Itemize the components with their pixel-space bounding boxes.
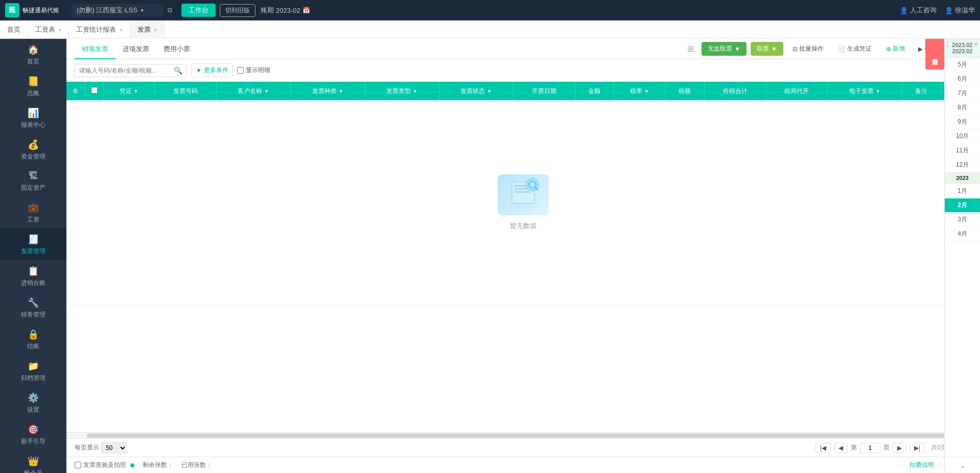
- date-item-6[interactable]: 6月: [945, 72, 980, 86]
- date-panel-close-icon[interactable]: ×: [974, 41, 978, 48]
- tab-invoice[interactable]: 发票 ×: [130, 20, 165, 39]
- generate-voucher-button[interactable]: 📄 生成凭证: [833, 42, 877, 56]
- last-page-button[interactable]: ▶|: [909, 443, 925, 453]
- sidebar-label-member: 畅会员: [24, 469, 42, 473]
- horizontal-scrollbar[interactable]: [87, 434, 960, 438]
- batch-op-button[interactable]: ⊟ 批量操作: [787, 42, 829, 56]
- date-panel-scroll-down[interactable]: ⌄: [945, 457, 980, 473]
- company-dropdown-arrow: ▼: [139, 8, 145, 13]
- date-item-7[interactable]: 7月: [945, 86, 980, 101]
- calendar-icon[interactable]: 📅: [302, 7, 310, 14]
- open-period-button[interactable]: 开账日期: [925, 39, 944, 70]
- select-all-checkbox[interactable]: [91, 87, 98, 94]
- no-ticket-button[interactable]: 无血取票 ▼: [702, 42, 746, 56]
- th-invoice-category-filter[interactable]: ▼: [412, 88, 417, 94]
- per-page-select[interactable]: 50 10 20 100: [101, 442, 127, 454]
- sub-tab-expense-receipt[interactable]: 费用小票: [156, 39, 197, 59]
- date-panel-expand-icon[interactable]: ⛶: [947, 41, 953, 48]
- date-item-10[interactable]: 10月: [945, 129, 980, 144]
- service-icon: 👤: [900, 7, 908, 14]
- workspace-button[interactable]: 工作台: [181, 4, 216, 17]
- service-link[interactable]: 👤 人工咨询: [900, 6, 937, 15]
- no-ticket-label: 无血取票: [708, 44, 732, 53]
- date-item-12[interactable]: 12月: [945, 158, 980, 172]
- tab-home[interactable]: 首页: [0, 20, 28, 39]
- ticket-button[interactable]: 取票 ▼: [751, 42, 783, 56]
- sub-tab-purchase-invoice[interactable]: 进项发票: [115, 39, 156, 59]
- sidebar-item-closing[interactable]: 🔒 结账: [0, 324, 66, 355]
- th-tax-rate-filter[interactable]: ▼: [644, 88, 649, 94]
- date-item-4[interactable]: 4月: [945, 227, 980, 241]
- join-link[interactable]: 扣费说明: [909, 461, 934, 468]
- date-item-year-2023[interactable]: 2023: [945, 172, 980, 184]
- sidebar-item-member[interactable]: 👑 畅会员: [0, 451, 66, 473]
- tab-salary[interactable]: 工资表 ×: [28, 20, 69, 39]
- sidebar-item-sales-ledger[interactable]: 📋 进销台账: [0, 260, 66, 292]
- th-customer-filter[interactable]: ▼: [264, 88, 269, 94]
- settings-icon: ⚙️: [28, 392, 39, 403]
- show-detail-checkbox[interactable]: [237, 67, 244, 74]
- grid-view-icon[interactable]: ⊞: [683, 42, 697, 56]
- date-item-5[interactable]: 5月: [945, 58, 980, 72]
- sub-tab-sales-invoice[interactable]: 销项发票: [75, 39, 115, 59]
- search-icon[interactable]: 🔍: [174, 66, 182, 75]
- tab-salary-stat[interactable]: 工资统计报表 ×: [69, 20, 130, 39]
- generate-voucher-icon: 📄: [838, 46, 846, 53]
- th-voucher-filter[interactable]: ▼: [133, 88, 138, 94]
- close-invoice-tab[interactable]: ×: [154, 27, 157, 33]
- sidebar-item-fixed-assets[interactable]: 🏗 固定资产: [0, 166, 66, 197]
- empty-row: 暂无数据: [66, 100, 980, 305]
- search-input-wrap[interactable]: 🔍: [75, 64, 187, 77]
- show-detail-checkbox-label[interactable]: 显示明细: [237, 66, 270, 75]
- close-salary-stat-tab[interactable]: ×: [119, 27, 122, 33]
- member-icon: 👑: [28, 456, 39, 467]
- company-selector[interactable]: (勿删) 江西服宝-LSS ▼: [72, 4, 164, 17]
- th-customer-label: 客户名称: [238, 87, 262, 95]
- main-layout: 🏠 首页 📒 总账 📊 报表中心 💰 资金管理 🏗 固定资产 💼 工资 🧾 发票…: [0, 39, 980, 473]
- date-item-9[interactable]: 9月: [945, 115, 980, 129]
- th-checkbox[interactable]: [85, 82, 103, 100]
- reports-icon: 📊: [28, 107, 39, 119]
- user-name: 徐溢华: [955, 6, 975, 15]
- user-avatar[interactable]: 👤 徐溢华: [945, 6, 975, 15]
- date-item-1[interactable]: 1月: [945, 184, 980, 198]
- date-panel-header: × ⛶ 2023.02 2023.02: [945, 39, 980, 58]
- switch-version-button[interactable]: 切到旧版: [220, 4, 255, 17]
- sidebar-item-newbie[interactable]: 🎯 新手引导: [0, 419, 66, 451]
- th-invoice-type-filter[interactable]: ▼: [338, 88, 343, 94]
- sidebar-item-tax-mgmt[interactable]: 🔧 税务管理: [0, 292, 66, 324]
- th-invoice-status-filter[interactable]: ▼: [487, 88, 492, 94]
- home-tab-label: 首页: [7, 25, 20, 34]
- pagination: |◀ ◀ 第 页 ▶ ▶|: [815, 443, 925, 453]
- copy-icon[interactable]: ⧉: [168, 6, 172, 14]
- th-e-invoice-filter[interactable]: ▼: [875, 88, 880, 94]
- home-icon: 🏠: [28, 44, 39, 55]
- sidebar-item-fund[interactable]: 💰 资金管理: [0, 134, 66, 166]
- new-icon: ⊕: [886, 46, 891, 53]
- th-amount-label: 金额: [588, 87, 600, 95]
- search-input[interactable]: [79, 67, 174, 74]
- prev-page-button[interactable]: ◀: [834, 443, 848, 453]
- sidebar-label-fund: 资金管理: [21, 152, 45, 161]
- sidebar-item-salary[interactable]: 💼 工资: [0, 197, 66, 229]
- date-item-11[interactable]: 11月: [945, 144, 980, 158]
- date-item-2-active[interactable]: 2月: [945, 198, 980, 213]
- sidebar-item-settings[interactable]: ⚙️ 设置: [0, 387, 66, 419]
- next-page-button[interactable]: ▶: [893, 443, 906, 453]
- page-number-input[interactable]: [860, 443, 880, 453]
- sidebar-item-archive-mgmt[interactable]: 📁 归档管理: [0, 355, 66, 387]
- new-button[interactable]: ⊕ 新增: [881, 42, 910, 56]
- sidebar-item-reports[interactable]: 📊 报表中心: [0, 102, 66, 134]
- sidebar-item-ledger[interactable]: 📒 总账: [0, 71, 66, 102]
- sidebar-item-invoice-mgmt[interactable]: 🧾 发票管理: [0, 229, 66, 260]
- invoice-check-checkbox[interactable]: [75, 462, 81, 468]
- th-settings[interactable]: ⚙: [66, 82, 85, 100]
- close-salary-tab[interactable]: ×: [58, 27, 61, 33]
- date-item-3[interactable]: 3月: [945, 213, 980, 227]
- first-page-button[interactable]: |◀: [815, 443, 831, 453]
- check-dot: [130, 463, 134, 467]
- date-item-8[interactable]: 8月: [945, 101, 980, 115]
- more-filter-button[interactable]: ▼ 更多条件: [191, 63, 233, 77]
- check-label[interactable]: 发票查验及拍照: [75, 461, 134, 469]
- sidebar-item-home[interactable]: 🏠 首页: [0, 39, 66, 71]
